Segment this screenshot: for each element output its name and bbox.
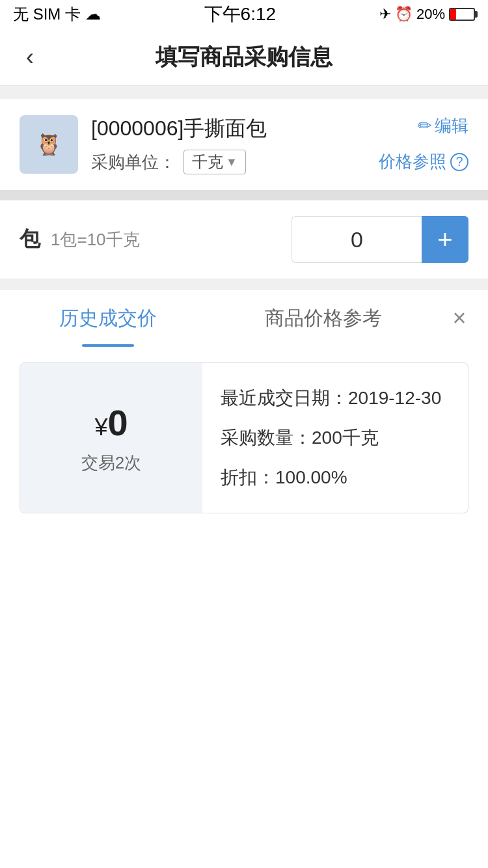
amount-value: 0 <box>107 402 128 443</box>
status-bar: 无 SIM 卡 ☁ 下午6:12 ✈ ⏰ 20% <box>0 0 488 29</box>
price-details: 最近成交日期：2019-12-30 采购数量：200千克 折扣：100.00% <box>202 363 468 513</box>
unit-value: 千克 <box>192 152 223 172</box>
product-info: [0000006]手撕面包 采购单位： 千克 ▼ <box>91 115 267 174</box>
quantity-plus-button[interactable]: + <box>422 216 468 263</box>
recent-date-value: 2019-12-30 <box>348 388 441 408</box>
price-summary: ¥0 交易2次 <box>20 363 202 513</box>
purchase-qty-value: 200千克 <box>312 427 379 448</box>
price-content: ¥0 交易2次 最近成交日期：2019-12-30 采购数量：200千克 折扣：… <box>0 347 488 529</box>
discount-row: 折扣：100.00% <box>221 463 450 493</box>
discount-value: 100.00% <box>275 467 347 487</box>
tab-close-button[interactable]: × <box>431 290 488 347</box>
battery-icon <box>449 8 475 21</box>
quantity-conversion: 1包=10千克 <box>51 228 140 251</box>
tab-history-label: 历史成交价 <box>59 305 157 332</box>
tab-bar: 历史成交价 商品价格参考 × <box>0 289 488 347</box>
sim-status: 无 SIM 卡 ☁ <box>13 4 101 25</box>
recent-date-row: 最近成交日期：2019-12-30 <box>221 384 450 413</box>
unit-selector[interactable]: 千克 ▼ <box>183 150 246 174</box>
edit-label: 编辑 <box>435 115 468 137</box>
battery-percent: 20% <box>416 6 445 23</box>
product-unit-row: 采购单位： 千克 ▼ <box>91 150 267 174</box>
page-title: 填写商品采购信息 <box>156 42 332 72</box>
quantity-row: 包 1包=10千克 0 + <box>0 200 488 278</box>
product-card: 🦉 [0000006]手撕面包 采购单位： 千克 ▼ ✏ 编辑 价格参照 <box>0 99 488 190</box>
product-thumbnail: 🦉 <box>20 115 78 174</box>
navigation-icon: ✈ <box>379 6 391 23</box>
status-time: 下午6:12 <box>204 2 277 27</box>
section-divider <box>0 190 488 200</box>
purchase-unit-label: 采购单位： <box>91 151 176 174</box>
nav-bar: ‹ 填写商品采购信息 <box>0 29 488 86</box>
quantity-label: 包 1包=10千克 <box>20 225 140 254</box>
price-reference-button[interactable]: 价格参照 ? <box>379 150 468 173</box>
price-card: ¥0 交易2次 最近成交日期：2019-12-30 采购数量：200千克 折扣：… <box>20 362 468 513</box>
price-amount: ¥0 <box>94 401 128 444</box>
product-left: 🦉 [0000006]手撕面包 采购单位： 千克 ▼ <box>20 115 267 174</box>
quantity-unit: 包 <box>20 225 40 254</box>
edit-button[interactable]: ✏ 编辑 <box>418 115 468 137</box>
dropdown-arrow-icon: ▼ <box>226 156 237 169</box>
purchase-qty-row: 采购数量：200千克 <box>221 424 450 453</box>
product-name: [0000006]手撕面包 <box>91 115 267 143</box>
discount-label: 折扣： <box>221 467 275 487</box>
price-ref-label: 价格参照 <box>379 150 446 173</box>
alarm-icon: ⏰ <box>395 6 413 23</box>
tab-reference[interactable]: 商品价格参考 <box>215 290 431 347</box>
status-right: ✈ ⏰ 20% <box>379 6 475 23</box>
status-left: 无 SIM 卡 ☁ <box>13 4 101 25</box>
tab-history[interactable]: 历史成交价 <box>0 290 215 347</box>
product-right-actions: ✏ 编辑 价格参照 ? <box>379 115 468 173</box>
purchase-qty-label: 采购数量： <box>221 427 312 448</box>
bottom-space <box>0 529 488 868</box>
tab-active-indicator <box>82 344 134 347</box>
trade-count: 交易2次 <box>81 452 141 474</box>
recent-date-label: 最近成交日期： <box>221 388 348 408</box>
currency-symbol: ¥ <box>94 414 107 441</box>
quantity-input[interactable]: 0 <box>291 216 422 263</box>
edit-icon: ✏ <box>418 116 432 136</box>
price-ref-help-icon: ? <box>450 153 468 171</box>
back-button[interactable]: ‹ <box>20 37 40 77</box>
quantity-control: 0 + <box>291 216 468 263</box>
tab-reference-label: 商品价格参考 <box>265 305 382 332</box>
product-icon: 🦉 <box>36 132 62 157</box>
